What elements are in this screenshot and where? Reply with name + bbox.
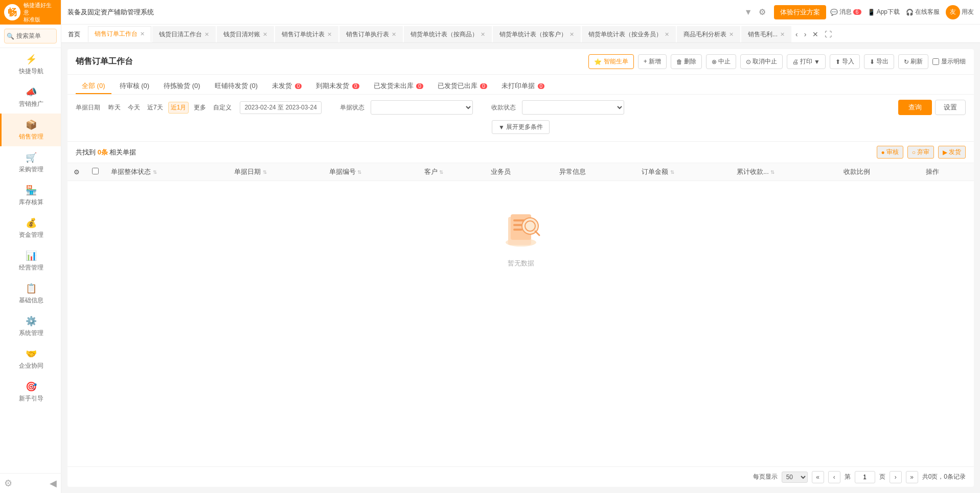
sidebar-item-promotion[interactable]: 📣 营销推广	[0, 81, 61, 114]
status-select[interactable]	[371, 100, 473, 115]
refresh-button[interactable]: ↻ 刷新	[898, 54, 928, 69]
cancel-stop-button[interactable]: ⊙ 取消中止	[740, 54, 783, 69]
tab-daily-reconcile-close[interactable]: ✕	[263, 31, 267, 38]
tab-daily-reconcile[interactable]: 钱货日清对账 ✕	[217, 26, 274, 42]
page-prev-button[interactable]: ‹	[828, 471, 840, 483]
date-btn-more[interactable]: 更多	[192, 102, 208, 113]
show-detail-checkbox[interactable]	[932, 58, 939, 65]
tab-sales-sum-product-close[interactable]: ✕	[481, 31, 485, 38]
print-button[interactable]: 🖨 打印 ▼	[787, 54, 826, 69]
select-all-checkbox[interactable]	[92, 168, 99, 174]
sidebar-item-guide[interactable]: 🎯 新手引导	[0, 375, 61, 408]
show-detail-label[interactable]: 显示明细	[932, 57, 966, 66]
check-button[interactable]: ● 审核	[877, 146, 903, 159]
page-first-button[interactable]: «	[812, 471, 824, 483]
sidebar-item-enterprise[interactable]: 🤝 企业协同	[0, 343, 61, 375]
page-last-button[interactable]: »	[906, 471, 918, 483]
ship-button[interactable]: ▶ 发货	[938, 146, 966, 159]
online-service-action[interactable]: 🎧 在线客服	[906, 8, 940, 16]
tab-fullscreen-button[interactable]: ⛶	[822, 26, 835, 42]
th-date[interactable]: 单据日期 ⇅	[228, 163, 323, 181]
date-btn-today[interactable]: 今天	[126, 102, 142, 113]
set-button[interactable]: 设置	[935, 100, 966, 115]
tab-sales-exec[interactable]: 销售订单执行表 ✕	[339, 26, 403, 42]
th-salesman[interactable]: 业务员	[485, 163, 553, 181]
query-button[interactable]: 查询	[898, 100, 932, 115]
tab-sales-sum-customer-close[interactable]: ✕	[569, 31, 574, 38]
tab-daily-cash-close[interactable]: ✕	[204, 31, 209, 38]
th-abnormal[interactable]: 异常信息	[553, 163, 635, 181]
tab-sales-more-close[interactable]: ✕	[780, 31, 785, 38]
search-menu-button[interactable]: 🔍 搜索菜单	[4, 29, 57, 43]
tab-sales-sum-product[interactable]: 销货单统计表（按商品） ✕	[404, 26, 492, 42]
solution-button[interactable]: 体验行业方案	[774, 5, 826, 19]
tab-sales-sum-staff[interactable]: 销货单统计表（按业务员） ✕	[582, 26, 676, 42]
import-button[interactable]: ⬆ 导入	[830, 54, 860, 69]
th-amount[interactable]: 订单金额 ⇅	[635, 163, 731, 181]
settings-icon[interactable]: ⚙	[759, 7, 766, 17]
tab-sales-sum-customer[interactable]: 销货单统计表（按客户） ✕	[493, 26, 581, 42]
sidebar-item-operations[interactable]: 📊 经营管理	[0, 244, 61, 277]
sub-tab-pending-check[interactable]: 待拣验货 (0)	[157, 79, 207, 94]
sidebar-item-finance[interactable]: 💰 资金管理	[0, 212, 61, 244]
sidebar-item-basics[interactable]: 📋 基础信息	[0, 277, 61, 310]
date-range-display[interactable]: 2023-02-24 至 2023-03-24	[240, 101, 321, 114]
tab-next-button[interactable]: ›	[801, 26, 810, 42]
th-customer[interactable]: 客户 ⇅	[418, 163, 485, 181]
stop-button[interactable]: ⊗ 中止	[706, 54, 736, 69]
sidebar-item-system[interactable]: ⚙️ 系统管理	[0, 310, 61, 343]
payment-select[interactable]	[522, 100, 624, 115]
basics-icon: 📋	[25, 282, 37, 295]
sub-tab-not-shipped[interactable]: 未发货 0	[266, 79, 308, 94]
th-ratio[interactable]: 收款比例	[837, 163, 920, 181]
tab-sales-order[interactable]: 销售订单工作台 ✕	[88, 26, 151, 42]
tab-sales-stat[interactable]: 销售订单统计表 ✕	[275, 26, 338, 42]
th-status[interactable]: 单据整体状态 ⇅	[105, 163, 228, 181]
tab-product-profit-close[interactable]: ✕	[729, 31, 734, 38]
sidebar-item-quick-nav[interactable]: ⚡ 快捷导航	[0, 48, 61, 81]
page-next-button[interactable]: ›	[890, 471, 902, 483]
tab-prev-button[interactable]: ‹	[792, 26, 801, 42]
delete-button[interactable]: 🗑 删除	[671, 54, 702, 69]
tab-home[interactable]: 首页	[61, 26, 87, 42]
sub-tab-not-printed[interactable]: 未打印单据 0	[495, 79, 551, 94]
sub-tab-all[interactable]: 全部 (0)	[76, 79, 111, 94]
sidebar-item-purchase[interactable]: 🛒 采购管理	[0, 146, 61, 179]
page-number-input[interactable]	[855, 471, 875, 483]
th-received[interactable]: 累计收款... ⇅	[731, 163, 837, 181]
tab-sales-stat-close[interactable]: ✕	[327, 31, 332, 38]
finance-icon: 💰	[25, 217, 37, 229]
date-btn-1month[interactable]: 近1月	[168, 102, 189, 114]
user-action[interactable]: 友 用友	[946, 5, 974, 19]
th-number[interactable]: 单据编号 ⇅	[323, 163, 418, 181]
tab-close-all-button[interactable]: ✕	[809, 26, 822, 42]
sub-tab-shipped-not-out[interactable]: 已发货未出库 0	[368, 79, 429, 94]
sub-tab-wangpu-ship[interactable]: 旺铺待发货 (0)	[209, 79, 264, 94]
sidebar-item-inventory[interactable]: 🏪 库存核算	[0, 179, 61, 212]
collapse-button[interactable]: ◀	[50, 478, 57, 489]
tab-sales-more[interactable]: 销售毛利... ✕	[741, 26, 791, 42]
sub-tab-shipped-out[interactable]: 已发货已出库 0	[431, 79, 493, 94]
export-button[interactable]: ⬇ 导出	[864, 54, 894, 69]
sub-tab-expire-not-ship[interactable]: 到期未发货 0	[310, 79, 365, 94]
date-btn-7days[interactable]: 近7天	[145, 102, 165, 113]
tab-daily-cash[interactable]: 钱货日清工作台 ✕	[152, 26, 216, 42]
smart-generate-button[interactable]: ⭐ 智能生单	[588, 54, 634, 69]
tab-sales-sum-staff-close[interactable]: ✕	[665, 31, 669, 38]
date-btn-yesterday[interactable]: 昨天	[106, 102, 123, 113]
th-checkbox[interactable]	[86, 163, 105, 181]
th-settings[interactable]: ⚙	[67, 163, 86, 181]
settings-bottom-button[interactable]: ⚙	[4, 478, 12, 489]
expand-more-button[interactable]: ▼ 展开更多条件	[492, 120, 550, 134]
date-btn-custom[interactable]: 自定义	[211, 102, 234, 113]
tab-sales-order-close[interactable]: ✕	[140, 31, 145, 37]
app-download-action[interactable]: 📱 App下载	[868, 8, 900, 16]
sidebar-item-sales[interactable]: 📦 销售管理	[0, 114, 61, 146]
tab-sales-exec-close[interactable]: ✕	[392, 31, 396, 38]
tab-product-profit[interactable]: 商品毛利分析表 ✕	[677, 26, 740, 42]
sub-tab-pending[interactable]: 待审核 (0)	[113, 79, 156, 94]
page-size-select[interactable]: 10 20 50 100	[782, 472, 808, 483]
add-button[interactable]: + 新增	[638, 54, 667, 69]
revoke-button[interactable]: ○ 弃审	[907, 146, 934, 159]
message-action[interactable]: 💬 消息 6	[830, 8, 861, 16]
